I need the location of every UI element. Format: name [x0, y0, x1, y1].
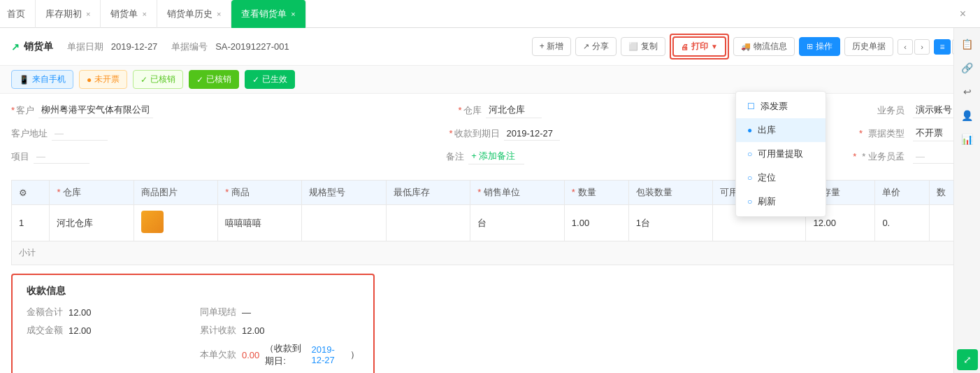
- doc-meta: 单据日期 2019-12-27 单据编号 SA-20191227-001: [67, 41, 289, 53]
- col-settings[interactable]: ⚙: [12, 181, 50, 205]
- menu-add-invoice[interactable]: ☐ 添发票: [736, 94, 826, 118]
- right-sidebar: 📋 🔗 ↩ 👤 📊 ⤢: [953, 28, 980, 373]
- tab-sales-order[interactable]: 销货单 ×: [101, 0, 157, 28]
- ticket-icon: ●: [87, 75, 92, 85]
- tab-sales-history[interactable]: 销货单历史 ×: [157, 0, 231, 28]
- menu-refresh[interactable]: ○ 刷新: [736, 190, 826, 213]
- phone-icon: 📱: [19, 75, 29, 85]
- menu-locate[interactable]: ○ 定位: [736, 166, 826, 190]
- print-highlight: 🖨 打印 ▼: [670, 34, 729, 59]
- tab-inventory-init[interactable]: 库存期初 ×: [36, 0, 101, 28]
- col-package-qty: 包装数量: [628, 181, 712, 205]
- row-warehouse: 河北仓库: [50, 205, 134, 241]
- doc-icon: ↗: [11, 41, 20, 52]
- same-order-item: 同单现结 —: [200, 306, 359, 318]
- row-no: 1: [12, 205, 50, 241]
- payment-info-box: 收款信息 金额合计 12.00 同单现结 — 成交金额 12.00 累计收款 1…: [11, 274, 375, 373]
- print-button[interactable]: 🖨 打印 ▼: [672, 36, 726, 57]
- tab-bar: 首页 库存期初 × 销货单 × 销货单历史 × 查看销货单 × ×: [0, 0, 980, 28]
- sidebar-expand-btn[interactable]: ⤢: [957, 349, 978, 370]
- menu-ship-out[interactable]: ● 出库: [736, 118, 826, 142]
- row-min-stock: [386, 205, 470, 241]
- available-qty-icon: ○: [747, 149, 752, 159]
- payment-info-title: 收款信息: [27, 285, 359, 297]
- row-product: 嘻嘻嘻嘻: [218, 205, 302, 241]
- operation-dropdown: ☐ 添发票 ● 出库 ○ 可用量提取 ○ 定位 ○ 刷新: [735, 91, 826, 217]
- history-button[interactable]: 历史单据: [844, 37, 893, 56]
- effective-icon: ✓: [252, 75, 259, 85]
- share-button[interactable]: ↗ 分享: [575, 37, 617, 56]
- sidebar-btn-3[interactable]: ↩: [957, 81, 978, 102]
- ship-out-icon: ●: [747, 125, 752, 135]
- customer-field: * 客户 柳州粤港平安气体有限公司: [11, 102, 431, 118]
- subtotal-label: 小计: [12, 241, 969, 265]
- col-sales-unit: 销售单位: [470, 181, 565, 205]
- close-tab-history[interactable]: ×: [217, 10, 221, 18]
- cancel-icon: ✓: [196, 75, 203, 85]
- row-quantity: 1.00: [564, 205, 628, 241]
- sidebar-btn-1[interactable]: 📋: [957, 34, 978, 55]
- col-spec: 规格型号: [302, 181, 386, 205]
- table-wrapper: ⚙ 仓库 商品图片 商品 规格型号 最低库存 销售单位 数量 包装数量 可用量 …: [0, 180, 980, 265]
- doc-number: 单据编号 SA-20191227-001: [171, 41, 289, 53]
- second-toolbar: 📱 来自手机 ● 未开票 ✓ 已核销 ✓ 已核销 ✓ 已生效: [0, 66, 980, 94]
- logistics-button[interactable]: 🚚 物流信息: [733, 37, 795, 56]
- print-icon: 🖨: [681, 43, 689, 51]
- salesperson-field: * * 业务员孟 —: [853, 150, 969, 164]
- refresh-icon: ○: [747, 197, 752, 206]
- close-all-tabs[interactable]: ×: [953, 8, 973, 20]
- form-section: * 客户 柳州粤港平安气体有限公司 * 仓库 河北仓库 业务员 演示账号 客户地…: [0, 94, 980, 180]
- project-field: 项目 —: [11, 150, 418, 164]
- nav-arrows: ‹ ›: [898, 39, 930, 55]
- grid-icon: ⊞: [807, 42, 813, 51]
- close-tab-inventory[interactable]: ×: [86, 10, 90, 18]
- copy-icon: ⬜: [628, 42, 638, 51]
- operation-button[interactable]: ⊞ 操作: [799, 37, 840, 56]
- row-product-image: [134, 205, 217, 241]
- effective-btn[interactable]: ✓ 已生效: [245, 70, 295, 89]
- prev-arrow[interactable]: ‹: [898, 39, 913, 55]
- toolbar: + 新增 ↗ 分享 ⬜ 复制 🖨 打印 ▼: [532, 34, 969, 59]
- tab-home[interactable]: 首页: [7, 0, 36, 28]
- main-content: ↗ 销货单 单据日期 2019-12-27 单据编号 SA-20191227-0…: [0, 28, 980, 373]
- transaction-item: 成交金额 12.00: [27, 324, 186, 337]
- share-icon: ↗: [583, 42, 589, 51]
- col-product: 商品: [218, 181, 302, 205]
- truck-icon: 🚚: [741, 42, 751, 51]
- copy-button[interactable]: ⬜ 复制: [621, 37, 665, 56]
- row-sales-unit: 台: [470, 205, 565, 241]
- locate-icon: ○: [747, 173, 752, 183]
- doc-title: ↗ 销货单: [11, 41, 53, 53]
- col-min-stock: 最低库存: [386, 181, 470, 205]
- doc-header: ↗ 销货单 单据日期 2019-12-27 单据编号 SA-20191227-0…: [0, 28, 980, 66]
- close-tab-sales[interactable]: ×: [142, 10, 146, 18]
- sidebar-btn-4[interactable]: 👤: [957, 105, 978, 126]
- check-icon: ✓: [140, 75, 147, 85]
- sidebar-btn-5[interactable]: 📊: [957, 129, 978, 150]
- menu-available-qty[interactable]: ○ 可用量提取: [736, 142, 826, 166]
- col-warehouse: 仓库: [50, 181, 134, 205]
- new-button[interactable]: + 新增: [532, 37, 571, 56]
- print-dropdown-icon: ▼: [711, 43, 718, 50]
- tab-view-sales[interactable]: 查看销货单 ×: [231, 0, 305, 28]
- sidebar-btn-2[interactable]: 🔗: [957, 57, 978, 78]
- phone-btn[interactable]: 📱 来自手机: [11, 70, 73, 89]
- date-label: 单据日期 2019-12-27: [67, 41, 157, 53]
- payment-info-grid: 金额合计 12.00 同单现结 — 成交金额 12.00 累计收款 12.00: [27, 306, 359, 367]
- row-unit-price: 0.: [875, 205, 929, 241]
- address-field: 客户地址 —: [11, 127, 421, 141]
- not-open-btn[interactable]: ● 未开票: [79, 70, 127, 89]
- confirm-btn[interactable]: ✓ 已核销: [133, 70, 183, 89]
- ticket-type-field: * 票据类型 不开票: [859, 125, 969, 141]
- next-arrow[interactable]: ›: [914, 39, 930, 55]
- add-invoice-icon: ☐: [747, 101, 755, 111]
- col-product-image: 商品图片: [134, 181, 217, 205]
- balance-item: 本单欠款 0.00 （收款到期日: 2019-12-27 ）: [200, 342, 359, 367]
- cancelled-btn[interactable]: ✓ 已核销: [189, 70, 239, 89]
- row-spec: [302, 205, 386, 241]
- close-tab-view[interactable]: ×: [291, 10, 295, 18]
- list-view-btn[interactable]: ≡: [934, 39, 951, 55]
- col-unit-price: 单价: [875, 181, 929, 205]
- subtotal-row: 小计: [12, 241, 969, 265]
- total-item: 金额合计 12.00: [27, 306, 186, 318]
